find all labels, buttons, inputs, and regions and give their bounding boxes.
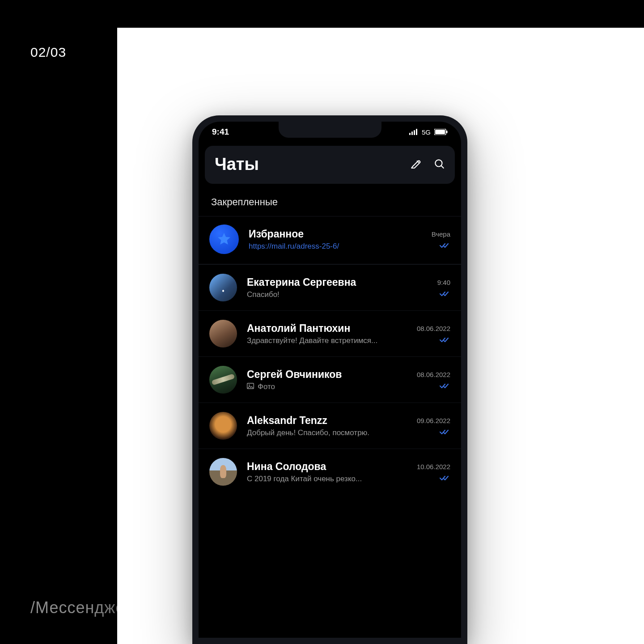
network-label: 5G <box>422 128 431 136</box>
photo-icon <box>247 382 254 391</box>
avatar <box>209 320 237 347</box>
status-time: 9:41 <box>212 127 229 137</box>
chat-meta: 9:40 <box>437 279 450 297</box>
chat-name: Анатолий Пантюхин <box>247 322 411 335</box>
chat-preview: Здравствуйте! Давайте встретимся... <box>247 336 411 345</box>
chat-preview: Фото <box>247 382 411 391</box>
svg-rect-0 <box>409 133 411 135</box>
compose-button[interactable] <box>410 158 422 171</box>
chat-time: Вчера <box>432 230 450 238</box>
chat-preview: С 2019 года Китай очень резко... <box>247 475 411 483</box>
chat-preview: Спасибо! <box>247 290 432 299</box>
chat-main: Анатолий ПантюхинЗдравствуйте! Давайте в… <box>247 322 411 345</box>
chat-row[interactable]: Нина СолодоваС 2019 года Китай очень рез… <box>199 449 461 495</box>
svg-rect-1 <box>411 131 413 135</box>
svg-rect-6 <box>446 131 448 133</box>
svg-rect-5 <box>435 130 445 134</box>
phone-screen: 9:41 5G Чаты Закрепле <box>199 122 461 638</box>
chat-name: Сергей Овчиников <box>247 369 411 381</box>
pinned-section-label: Закрепленные <box>199 184 461 216</box>
chat-name: Избранное <box>249 228 426 240</box>
read-receipt-icon <box>440 383 450 389</box>
chat-meta: Вчера <box>432 230 450 249</box>
read-receipt-icon <box>440 475 450 481</box>
chat-time: 08.06.2022 <box>417 325 450 332</box>
chat-preview-text: https://mail.ru/adress-25-6/ <box>249 242 339 251</box>
read-receipt-icon <box>440 291 450 297</box>
chat-preview-text: Здравствуйте! Давайте встретимся... <box>247 336 377 345</box>
favorites-star-icon <box>209 225 239 254</box>
chat-preview-text: Фото <box>258 382 275 391</box>
chat-time: 10.06.2022 <box>417 463 450 470</box>
chat-time: 08.06.2022 <box>417 371 450 378</box>
chat-main: Нина СолодоваС 2019 года Китай очень рез… <box>247 461 411 483</box>
svg-rect-3 <box>416 129 417 135</box>
app-header: Чаты <box>205 146 455 184</box>
chat-main: Екатерина СергеевнаСпасибо! <box>247 276 432 299</box>
svg-point-10 <box>249 384 250 386</box>
chat-list[interactable]: Избранноеhttps://mail.ru/adress-25-6/Вче… <box>199 216 461 495</box>
page-title: Чаты <box>215 155 259 174</box>
chat-preview: Добрый день! Спасибо, посмотрю. <box>247 428 411 437</box>
chat-row[interactable]: Aleksandr TenzzДобрый день! Спасибо, пос… <box>199 402 461 449</box>
avatar <box>209 412 237 440</box>
page-counter: 02/03 <box>30 45 66 60</box>
chat-meta: 08.06.2022 <box>417 325 450 343</box>
chat-row[interactable]: Анатолий ПантюхинЗдравствуйте! Давайте в… <box>199 310 461 356</box>
chat-meta: 09.06.2022 <box>417 417 450 435</box>
chat-time: 09.06.2022 <box>417 417 450 424</box>
svg-line-8 <box>441 165 444 168</box>
avatar <box>209 458 237 486</box>
chat-main: Сергей ОвчиниковФото <box>247 369 411 391</box>
battery-icon <box>434 129 448 135</box>
avatar <box>209 274 237 301</box>
chat-preview-text: С 2019 года Китай очень резко... <box>247 475 362 483</box>
chat-preview: https://mail.ru/adress-25-6/ <box>249 242 426 251</box>
chat-main: Aleksandr TenzzДобрый день! Спасибо, пос… <box>247 415 411 437</box>
phone-frame: 9:41 5G Чаты Закрепле <box>192 115 467 644</box>
read-receipt-icon <box>440 429 450 435</box>
phone-notch <box>279 122 381 138</box>
chat-row[interactable]: Сергей ОвчиниковФото08.06.2022 <box>199 356 461 402</box>
chat-name: Екатерина Сергеевна <box>247 276 432 288</box>
signal-icon <box>409 129 418 135</box>
svg-rect-2 <box>414 130 415 135</box>
chat-meta: 08.06.2022 <box>417 371 450 389</box>
chat-row[interactable]: Избранноеhttps://mail.ru/adress-25-6/Вче… <box>199 216 461 264</box>
chat-meta: 10.06.2022 <box>417 463 450 481</box>
chat-row[interactable]: Екатерина СергеевнаСпасибо!9:40 <box>199 264 461 310</box>
chat-name: Aleksandr Tenzz <box>247 415 411 427</box>
chat-preview-text: Добрый день! Спасибо, посмотрю. <box>247 428 369 437</box>
read-receipt-icon <box>440 242 450 249</box>
read-receipt-icon <box>440 337 450 343</box>
chat-preview-text: Спасибо! <box>247 290 280 299</box>
chat-name: Нина Солодова <box>247 461 411 473</box>
chat-time: 9:40 <box>437 279 450 286</box>
chat-main: Избранноеhttps://mail.ru/adress-25-6/ <box>249 228 426 251</box>
search-button[interactable] <box>433 158 445 171</box>
avatar <box>209 366 237 394</box>
